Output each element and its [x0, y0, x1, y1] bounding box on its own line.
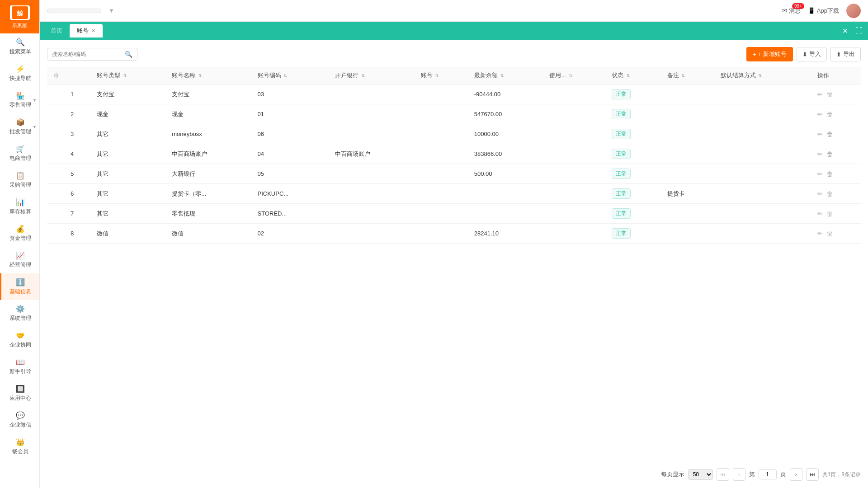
page-first-button[interactable]: ⏮ — [717, 468, 729, 481]
sort-type-icon[interactable]: ⇅ — [123, 73, 127, 78]
status-badge: 正常 — [612, 89, 631, 99]
sort-usage-icon[interactable]: ⇅ — [569, 73, 572, 78]
search-submit-icon[interactable]: 🔍 — [125, 51, 132, 58]
per-page-select[interactable]: 50 20 100 — [688, 469, 713, 480]
import-button[interactable]: ⬇ 导入 — [797, 47, 827, 61]
row-action: ✏ 🗑 — [812, 184, 861, 204]
row-action: ✏ 🗑 — [812, 84, 861, 104]
sidebar-item-sys-mgmt[interactable]: ⚙️ 系统管理 — [0, 300, 39, 327]
page-last-button[interactable]: ⏭ — [806, 468, 819, 481]
sidebar-item-biz-wechat[interactable]: 💬 企业微信 — [0, 407, 39, 433]
sidebar-item-wholesale-mgmt[interactable]: 📦 批发管理 ▼ — [0, 113, 39, 140]
row-remark — [662, 164, 715, 184]
sidebar-item-quick-nav[interactable]: ⚡ 快捷导航 — [0, 60, 39, 87]
sidebar-item-ecommerce-mgmt[interactable]: 🛒 电商管理 — [0, 140, 39, 167]
sidebar-item-basic-info[interactable]: ℹ️ 基础信息 — [0, 273, 39, 300]
edit-button[interactable]: ✏ — [817, 170, 823, 178]
row-status: 正常 — [606, 204, 661, 224]
message-badge: 99+ — [792, 3, 804, 9]
row-setting-cell — [47, 84, 65, 104]
add-account-button[interactable]: + + 新增账号 — [746, 47, 793, 61]
sidebar-item-retail-mgmt[interactable]: 🏪 零售管理 ▼ — [0, 87, 39, 113]
purchase-icon: 📋 — [16, 171, 25, 180]
app-download-button[interactable]: 📱 App下载 — [808, 7, 839, 15]
row-name: 微信 — [166, 224, 252, 244]
delete-button[interactable]: 🗑 — [826, 170, 833, 178]
delete-button[interactable]: 🗑 — [826, 150, 833, 158]
row-account — [415, 204, 469, 224]
row-balance: -90444.00 — [469, 84, 544, 104]
delete-button[interactable]: 🗑 — [826, 210, 833, 217]
row-index: 7 — [65, 204, 91, 224]
delete-button[interactable]: 🗑 — [826, 111, 833, 118]
basic-info-icon: ℹ️ — [16, 278, 25, 286]
row-settle — [715, 224, 812, 244]
tab-account[interactable]: 账号 ✕ — [70, 24, 103, 38]
avatar[interactable] — [846, 4, 861, 18]
th-type: 账号类型 ⇅ — [91, 67, 166, 84]
sidebar-item-inventory-calc[interactable]: 📊 库存核算 — [0, 193, 39, 220]
row-usage — [544, 164, 606, 184]
sidebar-logo[interactable]: 鲸 乐惠版 — [0, 0, 39, 33]
row-setting-cell — [47, 144, 65, 164]
delete-button[interactable]: 🗑 — [826, 131, 833, 138]
sort-name-icon[interactable]: ⇅ — [198, 73, 202, 78]
edit-button[interactable]: ✏ — [817, 210, 823, 217]
row-action: ✏ 🗑 — [812, 224, 861, 244]
topbar-dropdown[interactable]: ▼ — [107, 7, 114, 14]
edit-button[interactable]: ✏ — [817, 190, 823, 197]
tab-close-icon[interactable]: ✕ — [91, 28, 95, 34]
tab-account-label: 账号 — [77, 27, 89, 35]
row-status: 正常 — [606, 224, 661, 244]
row-bank — [330, 184, 415, 204]
sort-balance-icon[interactable]: ⇅ — [500, 73, 504, 78]
edit-button[interactable]: ✏ — [817, 131, 823, 138]
row-settle — [715, 124, 812, 144]
sort-settle-icon[interactable]: ⇅ — [758, 73, 762, 78]
topbar-search-box[interactable] — [47, 9, 101, 13]
page-next-button[interactable]: › — [790, 468, 802, 481]
page-number-input[interactable] — [759, 469, 777, 479]
row-bank — [330, 84, 415, 104]
account-search-box[interactable]: 🔍 — [47, 48, 137, 61]
delete-button[interactable]: 🗑 — [826, 91, 833, 98]
sidebar-item-member[interactable]: 👑 畅会员 — [0, 433, 39, 460]
edit-button[interactable]: ✏ — [817, 111, 823, 118]
sort-account-icon[interactable]: ⇅ — [435, 73, 439, 78]
edit-button[interactable]: ✏ — [817, 91, 823, 98]
sidebar-item-biz-agreement[interactable]: 🤝 企业协同 — [0, 327, 39, 353]
sort-status-icon[interactable]: ⇅ — [626, 73, 630, 78]
export-button[interactable]: ⬆ 导出 — [830, 47, 861, 61]
column-settings-icon[interactable]: ⚙ — [53, 72, 59, 79]
th-balance: 最新余额 ⇅ — [469, 67, 544, 84]
table-row: 4 其它 中百商场账户 04 中百商场账户 383866.00 正常 ✏ 🗑 — [47, 144, 861, 164]
sort-remark-icon[interactable]: ⇅ — [681, 73, 685, 78]
row-status: 正常 — [606, 104, 661, 124]
sidebar-item-app-center[interactable]: 🔲 应用中心 — [0, 380, 39, 407]
tab-home[interactable]: 首页 — [43, 24, 70, 38]
sidebar-item-search-menu[interactable]: 🔍 搜索菜单 — [0, 33, 39, 60]
sidebar-item-purchase-mgmt[interactable]: 📋 采购管理 — [0, 167, 39, 193]
tab-expand-icon[interactable]: ⛶ — [854, 25, 864, 37]
sort-bank-icon[interactable]: ⇅ — [361, 73, 365, 78]
sort-code-icon[interactable]: ⇅ — [283, 73, 287, 78]
delete-button[interactable]: 🗑 — [826, 230, 833, 237]
sidebar-item-finance-mgmt[interactable]: 💰 资金管理 — [0, 220, 39, 247]
th-setting: ⚙ — [47, 67, 65, 84]
delete-button[interactable]: 🗑 — [826, 190, 833, 197]
edit-button[interactable]: ✏ — [817, 230, 823, 237]
page-prev-button[interactable]: ‹ — [733, 468, 745, 481]
row-bank — [330, 204, 415, 224]
sidebar-item-new-guide[interactable]: 📖 新手引导 — [0, 353, 39, 380]
row-account — [415, 84, 469, 104]
message-button[interactable]: ✉ 消息 99+ — [782, 7, 801, 15]
th-settle: 默认结算方式 ⇅ — [715, 67, 812, 84]
account-search-input[interactable] — [52, 51, 122, 57]
row-remark — [662, 84, 715, 104]
tab-close-action-icon[interactable]: ✕ — [840, 25, 850, 37]
row-balance: 500.00 — [469, 164, 544, 184]
sidebar-item-ops-mgmt[interactable]: 📈 经营管理 — [0, 247, 39, 273]
message-icon: ✉ — [782, 7, 787, 14]
edit-button[interactable]: ✏ — [817, 150, 823, 158]
app-icon: 📱 — [808, 7, 815, 14]
